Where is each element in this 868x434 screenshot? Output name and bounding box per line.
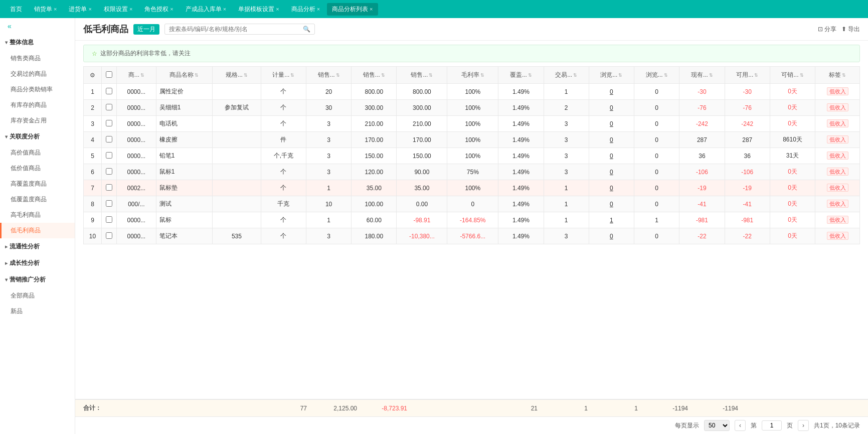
row-trade: 1 [544, 180, 589, 196]
row-checkbox[interactable] [102, 100, 117, 116]
sidebar-section-overall[interactable]: ▾ 整体信息 [0, 34, 75, 51]
nav-sales-order[interactable]: 销货单 × [29, 3, 62, 16]
row-browse1[interactable]: 0 [589, 180, 634, 196]
row-browse1[interactable]: 0 [589, 100, 634, 116]
row-name[interactable]: 吴细细1 [156, 100, 212, 116]
sidebar-item-sales-products[interactable]: 销售类商品 [0, 51, 75, 66]
sidebar-item-in-stock[interactable]: 有库存的商品 [0, 97, 75, 113]
sidebar-item-high-coverage[interactable]: 高覆盖度商品 [0, 176, 75, 192]
nav-product-analysis[interactable]: 商品分析 × [286, 3, 325, 16]
row-sale-amount: 300.00 [397, 100, 447, 116]
row-checkbox[interactable] [102, 212, 117, 228]
row-no: 8 [84, 196, 102, 212]
search-input[interactable] [169, 26, 303, 33]
row-name[interactable]: 鼠标 [156, 212, 212, 228]
nav-template-settings[interactable]: 单据模板设置 × [233, 3, 284, 16]
sidebar-item-low-value[interactable]: 低价值商品 [0, 161, 75, 176]
nav-close-product[interactable]: × [223, 6, 226, 12]
nav-close-purchase[interactable]: × [88, 6, 91, 12]
row-spec [213, 116, 261, 132]
row-name[interactable]: 电话机 [156, 116, 212, 132]
row-sale-amount: 210.00 [397, 116, 447, 132]
next-page-button[interactable]: › [798, 420, 809, 431]
sidebar-item-low-margin[interactable]: 低毛利商品 [0, 223, 75, 238]
sidebar-item-traded-products[interactable]: 交易过的商品 [0, 66, 75, 82]
row-checkbox[interactable] [102, 228, 117, 244]
row-name[interactable]: 橡皮擦 [156, 132, 212, 148]
row-browse1[interactable]: 0 [589, 116, 634, 132]
row-browse1[interactable]: 0 [589, 164, 634, 180]
row-checkbox[interactable] [102, 116, 117, 132]
nav-permission-settings[interactable]: 权限设置 × [99, 3, 137, 16]
row-spec [213, 164, 261, 180]
row-available: -41 [725, 196, 770, 212]
row-code: 0000... [117, 84, 156, 100]
nav-close-permission[interactable]: × [129, 6, 132, 12]
nav-product-analysis-list[interactable]: 商品分析列表 × [327, 3, 378, 16]
sidebar-section-flow[interactable]: ▸ 流通性分析 [0, 238, 75, 255]
sidebar-collapse-btn[interactable]: « [5, 22, 14, 30]
row-checkbox[interactable] [102, 196, 117, 212]
row-name[interactable]: 属性定价 [156, 84, 212, 100]
search-icon[interactable]: 🔍 [303, 26, 310, 33]
row-name[interactable]: 铅笔1 [156, 148, 212, 164]
sidebar-item-high-margin[interactable]: 高毛利商品 [0, 207, 75, 223]
nav-home[interactable]: 首页 [5, 3, 27, 16]
nav-close-list[interactable]: × [370, 6, 373, 12]
nav-close-template[interactable]: × [276, 6, 279, 12]
row-browse1[interactable]: 0 [589, 148, 634, 164]
sidebar-item-high-value[interactable]: 高价值商品 [0, 145, 75, 161]
select-all-checkbox[interactable] [106, 71, 112, 78]
sidebar-section-association[interactable]: ▾ 关联度分析 [0, 128, 75, 145]
sidebar-section-marketing[interactable]: ▾ 营销推广分析 [0, 271, 75, 288]
sidebar-item-all-products[interactable]: 全部商品 [0, 288, 75, 304]
nav-close-analysis[interactable]: × [317, 6, 320, 12]
top-navigation: 首页 销货单 × 进货单 × 权限设置 × 角色授权 × 产成品入库单 × 单据… [0, 0, 868, 18]
footer-available: -1194 [703, 405, 743, 412]
row-name[interactable]: 鼠标垫 [156, 180, 212, 196]
per-page-select[interactable]: 50 100 200 [704, 420, 730, 431]
time-filter-tag[interactable]: 近一月 [133, 24, 159, 35]
row-checkbox[interactable] [102, 132, 117, 148]
export-button[interactable]: ⬆ 导出 [841, 25, 860, 34]
prev-page-button[interactable]: ‹ [735, 420, 746, 431]
row-checkbox[interactable] [102, 148, 117, 164]
row-checkbox[interactable] [102, 180, 117, 196]
row-checkbox[interactable] [102, 164, 117, 180]
share-button[interactable]: ⊡ 分享 [818, 25, 836, 34]
page-label: 第 [751, 421, 757, 430]
footer-sale-amount: -8,723.91 [372, 405, 412, 412]
row-tag: 低收入 [815, 84, 860, 100]
arrow-icon-5: ▾ [5, 277, 8, 282]
nav-close-role[interactable]: × [170, 6, 173, 12]
col-sale-amount-header: 销售...⇅ [397, 67, 447, 84]
row-browse1[interactable]: 1 [589, 212, 634, 228]
row-browse1[interactable]: 0 [589, 132, 634, 148]
row-spec [213, 148, 261, 164]
row-sale-price: 150.00 [352, 148, 397, 164]
nav-close-sales[interactable]: × [54, 6, 57, 12]
row-available: -30 [725, 84, 770, 100]
row-browse1[interactable]: 0 [589, 228, 634, 244]
nav-role-auth[interactable]: 角色授权 × [139, 3, 178, 16]
row-name[interactable]: 鼠标1 [156, 164, 212, 180]
row-sale-qty: 1 [306, 180, 351, 196]
row-name[interactable]: 笔记本 [156, 228, 212, 244]
sidebar-section-growth[interactable]: ▸ 成长性分析 [0, 255, 75, 271]
row-browse1[interactable]: 0 [589, 84, 634, 100]
nav-purchase-order[interactable]: 进货单 × [64, 3, 96, 16]
page-number-input[interactable] [762, 420, 782, 430]
sidebar-item-low-coverage[interactable]: 低覆盖度商品 [0, 192, 75, 207]
nav-product-inbound[interactable]: 产成品入库单 × [181, 3, 231, 16]
row-browse1[interactable]: 0 [589, 196, 634, 212]
row-name[interactable]: 测试 [156, 196, 212, 212]
sidebar-item-new-products[interactable]: 新品 [0, 304, 75, 319]
row-saleable: 0天 [770, 228, 815, 244]
sidebar-item-category-rate[interactable]: 商品分类助销率 [0, 82, 75, 97]
row-sale-amount: 0.00 [397, 196, 447, 212]
row-checkbox[interactable] [102, 84, 117, 100]
col-checkbox-header[interactable] [102, 67, 117, 84]
sidebar-item-inventory-capital[interactable]: 库存资金占用 [0, 113, 75, 128]
col-tag-header: 标签⇅ [815, 67, 860, 84]
col-settings[interactable]: ⚙ [84, 67, 102, 84]
